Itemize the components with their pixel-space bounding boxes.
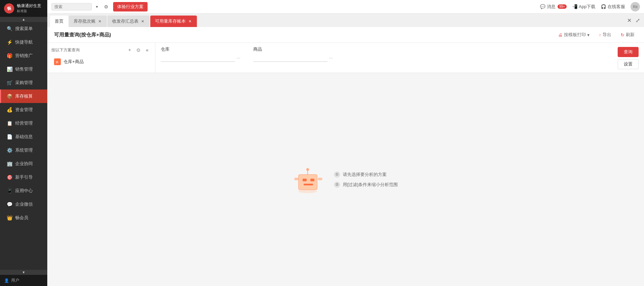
- filter-submit-actions: 查询 设置: [618, 46, 639, 69]
- sidebar-scroll-up[interactable]: ▲: [0, 17, 47, 22]
- filter-scheme-actions: ＋ ⊙ «: [126, 46, 151, 54]
- topbar-gear-btn[interactable]: ⚙: [102, 3, 110, 10]
- wechat-icon: 💬: [6, 201, 12, 207]
- filter-scheme-title: 按以下方案查询: [51, 47, 80, 53]
- sidebar-item-label: 搜索菜单: [15, 26, 33, 32]
- export-btn[interactable]: ↑ 导出: [596, 30, 614, 39]
- message-btn[interactable]: 💬 消息 99+: [540, 4, 567, 10]
- sidebar-item-label: 系统管理: [15, 147, 33, 153]
- topbar-dropdown-btn[interactable]: ▾: [95, 4, 99, 10]
- sidebar-item-label: 快捷导航: [15, 39, 33, 45]
- svg-rect-3: [303, 179, 307, 181]
- tab-close-all-btn[interactable]: ✕: [626, 17, 633, 24]
- empty-illustration: [293, 164, 324, 195]
- tab-summary-close[interactable]: ✕: [140, 19, 145, 24]
- sidebar-item-finance[interactable]: 💰 资金管理: [0, 103, 47, 116]
- chart-icon: 📊: [6, 66, 12, 72]
- sidebar-title-block: 畅康通好生意 标准版: [17, 3, 41, 14]
- warehouse-label: 仓库: [161, 46, 245, 52]
- service-btn[interactable]: 🎧 在线客服: [601, 4, 625, 10]
- sidebar-item-member[interactable]: 👑 畅会员: [0, 211, 47, 225]
- robot-svg: [293, 164, 324, 195]
- sidebar-item-label: 经营管理: [15, 120, 33, 126]
- crown-icon: 👑: [6, 215, 12, 221]
- sidebar-item-marketing[interactable]: 🎁 营销推广: [0, 49, 47, 62]
- step-num-2: ②: [334, 182, 340, 188]
- collapse-scheme-btn[interactable]: «: [144, 46, 151, 54]
- tab-available[interactable]: 可用量库存账本 ✕: [150, 16, 197, 27]
- sidebar-item-system[interactable]: ⚙️ 系统管理: [0, 144, 47, 157]
- tab-available-close[interactable]: ✕: [188, 19, 192, 24]
- sidebar-item-appcenter[interactable]: 📱 应用中心: [0, 184, 47, 198]
- app-download-btn[interactable]: 📲 App下载: [572, 4, 595, 10]
- warehouse-input[interactable]: [161, 54, 235, 62]
- service-label: 在线客服: [608, 4, 625, 10]
- query-button[interactable]: 查询: [618, 47, 639, 57]
- sidebar-item-search[interactable]: 🔍 搜索菜单: [0, 22, 47, 35]
- target-icon: 🎯: [6, 174, 12, 180]
- scheme-option-label: 仓库+商品: [63, 59, 84, 65]
- empty-visual: ① 请先选择要分析的方案 ② 用[过滤]条件来缩小分析范围: [293, 164, 398, 195]
- scheme-option-icon: ⊞: [54, 58, 61, 65]
- product-more-btn[interactable]: ···: [329, 55, 333, 60]
- empty-step-2: ② 用[过滤]条件来缩小分析范围: [334, 182, 398, 188]
- sidebar-item-wechat[interactable]: 💬 企业微信: [0, 198, 47, 211]
- search-input[interactable]: [51, 3, 92, 10]
- settings-scheme-btn[interactable]: ⊙: [135, 46, 142, 54]
- filter-fields-panel: 仓库 ··· 商品 ··· 查询 设置: [155, 43, 644, 73]
- sidebar-item-label: 基础信息: [15, 134, 33, 140]
- filter-warehouse-field: 仓库 ···: [161, 46, 245, 62]
- sidebar-item-shortcut[interactable]: ⚡ 快捷导航: [0, 35, 47, 49]
- tab-home[interactable]: 首页: [50, 16, 68, 27]
- refresh-label: 刷新: [626, 32, 635, 38]
- tab-batch-label: 库存批次账: [74, 18, 96, 24]
- mobile-download-icon: 📲: [572, 4, 577, 9]
- tab-batch[interactable]: 库存批次账 ✕: [69, 16, 107, 27]
- warehouse-input-row: ···: [161, 54, 245, 62]
- sidebar-item-sales[interactable]: 📊 销售管理: [0, 62, 47, 76]
- sidebar-item-inventory[interactable]: 📦 库存核算: [0, 89, 47, 103]
- sidebar-item-purchase[interactable]: 🛒 采购管理: [0, 76, 47, 89]
- warehouse-more-btn[interactable]: ···: [236, 55, 240, 60]
- svg-rect-4: [310, 179, 314, 181]
- sidebar-item-enterprise[interactable]: 🏢 企业协同: [0, 157, 47, 171]
- sidebar-item-label: 采购管理: [15, 80, 33, 86]
- page-title: 可用量查询(按仓库+商品): [54, 32, 111, 38]
- sidebar-item-newbie[interactable]: 🎯 新手引导: [0, 171, 47, 184]
- user-avatar[interactable]: Rit: [630, 2, 640, 11]
- message-icon: 💬: [540, 4, 545, 9]
- refresh-btn[interactable]: ↻ 刷新: [618, 30, 637, 39]
- app-label: App下载: [579, 4, 595, 10]
- tab-batch-close[interactable]: ✕: [98, 19, 102, 24]
- doc-icon: 📄: [6, 134, 12, 140]
- empty-state: ① 请先选择要分析的方案 ② 用[过滤]条件来缩小分析范围: [47, 73, 644, 286]
- sidebar-item-label: 新手引导: [15, 174, 33, 180]
- settings-button[interactable]: 设置: [618, 59, 639, 69]
- empty-steps: ① 请先选择要分析的方案 ② 用[过滤]条件来缩小分析范围: [334, 172, 398, 188]
- scheme-option-warehouse-product[interactable]: ⊞ 仓库+商品: [51, 56, 151, 67]
- product-input-row: ···: [253, 54, 338, 62]
- tab-summary-label: 收发存汇总表: [112, 18, 138, 24]
- tab-summary[interactable]: 收发存汇总表 ✕: [107, 16, 150, 27]
- sidebar-header: 畅 畅康通好生意 标准版: [0, 0, 47, 17]
- filter-scheme-panel: 按以下方案查询 ＋ ⊙ « ⊞ 仓库+商品: [47, 43, 155, 73]
- tab-expand-btn[interactable]: ⤢: [634, 17, 641, 24]
- tabbar: 首页 库存批次账 ✕ 收发存汇总表 ✕ 可用量库存账本 ✕ ✕ ⤢: [47, 14, 644, 27]
- building-icon: 🏢: [6, 161, 12, 167]
- sidebar-item-operation[interactable]: 📋 经营管理: [0, 116, 47, 130]
- inventory-icon: 📦: [6, 93, 12, 99]
- print-icon: 🖨: [558, 32, 563, 37]
- svg-text:⊞: ⊞: [56, 60, 58, 64]
- print-template-btn[interactable]: 🖨 按模板打印 ▾: [556, 30, 592, 39]
- notification-badge: 99+: [558, 4, 567, 9]
- sidebar-item-basic[interactable]: 📄 基础信息: [0, 130, 47, 144]
- sidebar-scroll-down[interactable]: ▼: [0, 270, 47, 275]
- filter-area: 按以下方案查询 ＋ ⊙ « ⊞ 仓库+商品: [47, 43, 644, 73]
- add-scheme-btn[interactable]: ＋: [126, 46, 133, 54]
- trial-button[interactable]: 体验行业方案: [113, 2, 148, 11]
- sidebar-footer[interactable]: 👤 用户: [0, 275, 47, 286]
- topbar-right: 💬 消息 99+ 📲 App下载 🎧 在线客服 Rit: [540, 2, 640, 11]
- product-input[interactable]: [253, 54, 328, 62]
- svg-rect-8: [294, 178, 299, 180]
- sidebar-item-label: 应用中心: [15, 188, 33, 194]
